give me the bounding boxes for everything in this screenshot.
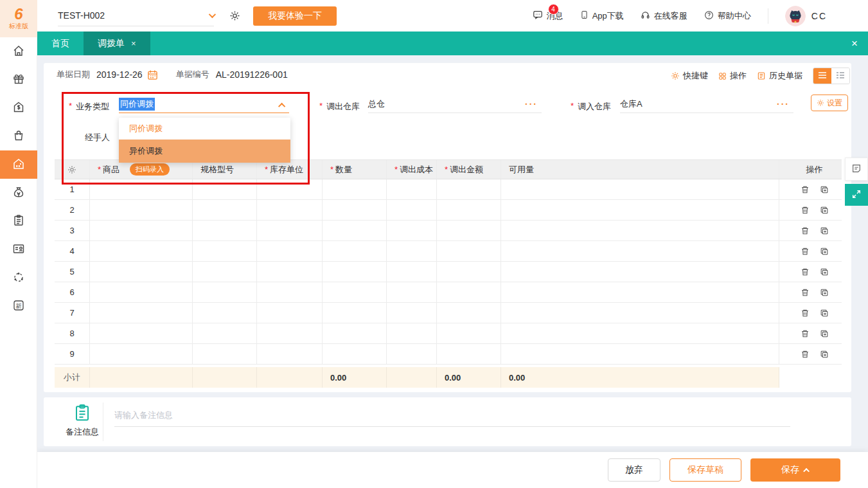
cell-spec[interactable] <box>193 344 257 364</box>
cell-available[interactable] <box>501 179 779 199</box>
copy-row-icon[interactable] <box>820 206 829 215</box>
delete-row-icon[interactable] <box>801 267 810 276</box>
in-warehouse-more-icon[interactable]: ··· <box>777 99 793 109</box>
cell-out-amount[interactable] <box>437 323 501 343</box>
cell-unit[interactable] <box>257 282 323 302</box>
close-icon[interactable]: × <box>841 32 868 55</box>
cell-available[interactable] <box>501 200 779 220</box>
cell-spec[interactable] <box>193 241 257 261</box>
cell-available[interactable] <box>501 303 779 323</box>
cell-out-cost[interactable] <box>387 303 437 323</box>
tab-close-icon[interactable]: × <box>131 39 136 48</box>
business-type-select[interactable]: 同价调拨 <box>119 95 289 113</box>
cell-spec[interactable] <box>193 282 257 302</box>
delete-row-icon[interactable] <box>801 309 810 318</box>
doc-date-value[interactable]: 2019-12-26 <box>96 69 143 80</box>
sidebar-item-sales[interactable] <box>0 94 37 122</box>
help-center-link[interactable]: 帮助中心 <box>704 10 751 22</box>
delete-row-icon[interactable] <box>801 288 810 297</box>
cell-available[interactable] <box>501 282 779 302</box>
cell-out-cost[interactable] <box>387 323 437 343</box>
shortcuts-button[interactable]: 快捷键 <box>671 70 708 82</box>
cell-out-cost[interactable] <box>387 179 437 199</box>
cell-unit[interactable] <box>257 262 323 282</box>
delete-row-icon[interactable] <box>801 329 810 338</box>
copy-row-icon[interactable] <box>820 350 829 359</box>
cell-unit[interactable] <box>257 241 323 261</box>
expand-button[interactable] <box>845 184 868 206</box>
cell-unit[interactable] <box>257 303 323 323</box>
sidebar-item-network[interactable] <box>0 264 37 292</box>
delete-row-icon[interactable] <box>801 247 810 256</box>
settings-button[interactable]: 设置 <box>811 95 848 111</box>
cell-unit[interactable] <box>257 179 323 199</box>
cell-out-cost[interactable] <box>387 262 437 282</box>
tab-home[interactable]: 首页 <box>37 32 84 55</box>
copy-row-icon[interactable] <box>820 288 829 297</box>
cell-out-amount[interactable] <box>437 241 501 261</box>
cell-out-amount[interactable] <box>437 303 501 323</box>
delete-row-icon[interactable] <box>801 185 810 194</box>
cell-spec[interactable] <box>193 323 257 343</box>
out-warehouse-select[interactable]: 总仓 ··· <box>368 95 542 113</box>
detail-view-button[interactable] <box>831 68 849 84</box>
cell-available[interactable] <box>501 241 779 261</box>
app-download-link[interactable]: App下载 <box>580 10 624 22</box>
cell-out-cost[interactable] <box>387 221 437 240</box>
scan-entry-button[interactable]: 扫码录入 <box>130 163 170 176</box>
cell-available[interactable] <box>501 221 779 240</box>
cell-spec[interactable] <box>193 221 257 240</box>
sidebar-item-documents[interactable] <box>0 207 37 235</box>
cell-out-cost[interactable] <box>387 200 437 220</box>
cell-out-amount[interactable] <box>437 221 501 240</box>
cell-out-amount[interactable] <box>437 282 501 302</box>
cell-available[interactable] <box>501 262 779 282</box>
copy-row-icon[interactable] <box>820 226 829 235</box>
cell-qty[interactable] <box>323 323 387 343</box>
copy-row-icon[interactable] <box>820 185 829 194</box>
save-button[interactable]: 保存 <box>750 458 840 482</box>
cell-qty[interactable] <box>323 221 387 240</box>
messages-link[interactable]: 消息 4 <box>533 10 563 22</box>
cell-product[interactable] <box>90 179 193 199</box>
cell-out-amount[interactable] <box>437 200 501 220</box>
cell-unit[interactable] <box>257 221 323 240</box>
settings-gear-icon[interactable] <box>229 10 240 21</box>
cell-out-amount[interactable] <box>437 262 501 282</box>
cell-qty[interactable] <box>323 241 387 261</box>
user-menu[interactable]: CC <box>785 6 827 26</box>
copy-row-icon[interactable] <box>820 329 829 338</box>
cell-product[interactable] <box>90 323 193 343</box>
cell-product[interactable] <box>90 200 193 220</box>
online-service-link[interactable]: 在线客服 <box>641 10 687 22</box>
cell-product[interactable] <box>90 221 193 240</box>
sidebar-item-inventory[interactable] <box>0 150 37 179</box>
cell-out-amount[interactable] <box>437 344 501 364</box>
column-gear-icon[interactable] <box>67 165 76 174</box>
copy-row-icon[interactable] <box>820 309 829 318</box>
delete-row-icon[interactable] <box>801 226 810 235</box>
in-warehouse-select[interactable]: 仓库A ··· <box>620 95 793 113</box>
cell-product[interactable] <box>90 262 193 282</box>
sidebar-item-home[interactable] <box>0 37 37 66</box>
sidebar-item-contacts[interactable] <box>0 235 37 264</box>
cell-product[interactable] <box>90 241 193 261</box>
cell-spec[interactable] <box>193 262 257 282</box>
side-note-button[interactable] <box>845 158 868 181</box>
cell-product[interactable] <box>90 303 193 323</box>
cell-spec[interactable] <box>193 303 257 323</box>
cell-out-cost[interactable] <box>387 344 437 364</box>
cell-qty[interactable] <box>323 303 387 323</box>
cell-qty[interactable] <box>323 344 387 364</box>
list-view-button[interactable] <box>813 68 831 84</box>
calendar-icon[interactable] <box>147 69 158 80</box>
cell-unit[interactable] <box>257 200 323 220</box>
cell-available[interactable] <box>501 344 779 364</box>
dropdown-option-diff-price[interactable]: 异价调拨 <box>119 140 290 163</box>
cell-product[interactable] <box>90 282 193 302</box>
trial-button[interactable]: 我要体验一下 <box>253 6 337 26</box>
cell-qty[interactable] <box>323 179 387 199</box>
cell-product[interactable] <box>90 344 193 364</box>
remarks-input[interactable] <box>114 410 790 420</box>
tab-transfer-order[interactable]: 调拨单 × <box>84 32 150 55</box>
